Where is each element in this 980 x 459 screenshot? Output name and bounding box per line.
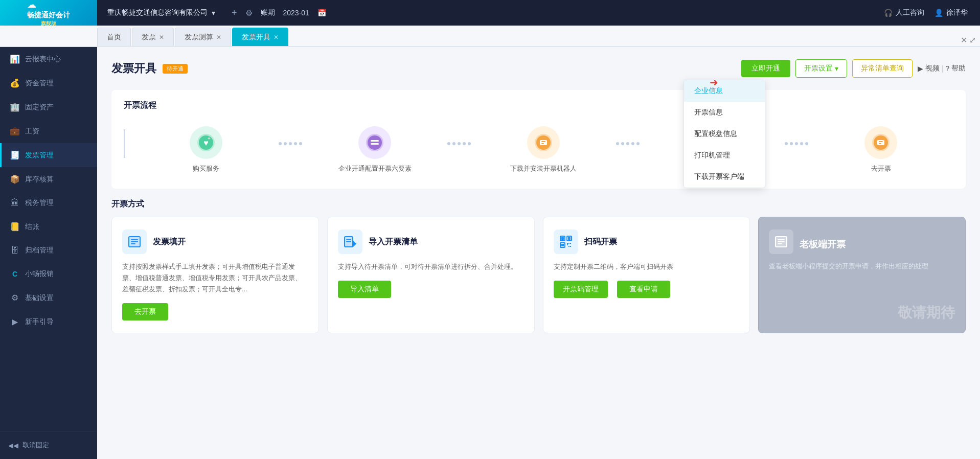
flow-step-2: 企业开通配置开票六要素	[302, 126, 447, 173]
method-card-boss-invoice: 老板端开票 查看老板端小程序提交的开票申请，并作出相应的处理 敬请期待	[758, 217, 966, 333]
user-area[interactable]: 👤 徐泽华	[935, 8, 968, 17]
svg-rect-6	[371, 140, 379, 142]
sidebar-item-new-guide[interactable]: ▶ 新手引导	[0, 310, 97, 334]
fill-invoice-title: 发票填开	[153, 237, 186, 247]
flow-label-1: 购买服务	[193, 164, 219, 173]
svg-rect-50	[778, 243, 782, 244]
sidebar-tax-label: 税务管理	[25, 198, 54, 208]
svg-rect-39	[561, 244, 564, 246]
company-name: 重庆畅捷交通信息咨询有限公司	[107, 8, 208, 17]
dropdown-item-company-info[interactable]: 企业信息	[684, 80, 765, 102]
sidebar-cancel-fixed[interactable]: ◀◀ 取消固定	[0, 435, 97, 455]
help-label: 帮助	[951, 64, 966, 73]
calendar-icon[interactable]: 📅	[317, 9, 326, 17]
consult-area[interactable]: 🎧 人工咨询	[884, 8, 924, 17]
sidebar-invoice-label: 发票管理	[25, 151, 54, 160]
flow-label-3: 下载并安装开票机器人	[510, 164, 577, 173]
sidebar-new-guide-label: 新手引导	[25, 317, 54, 327]
sidebar-basic-settings-label: 基础设置	[25, 293, 54, 303]
import-list-btn[interactable]: 导入清单	[338, 281, 391, 298]
svg-rect-7	[371, 143, 379, 145]
sidebar-item-tax[interactable]: 🏛 税务管理	[0, 191, 97, 215]
sidebar-report-sales-label: 小畅报销	[25, 269, 54, 279]
svg-rect-38	[568, 237, 571, 240]
tab-invoice-calc[interactable]: 发票测算 ✕	[175, 28, 231, 46]
invoice-settings-dropdown-arrow: ▾	[835, 64, 838, 73]
main-layout: 📊 云报表中心 💰 资金管理 🏢 固定资产 💼 工资 🧾 发票管理 📦 库存核算…	[0, 47, 980, 459]
company-selector[interactable]: 重庆畅捷交通信息咨询有限公司 ▾	[97, 8, 225, 17]
import-list-title: 导入开票清单	[369, 237, 418, 247]
period-value: 2023-01	[283, 9, 309, 17]
scan-invoice-header: 扫码开票	[554, 230, 740, 254]
sidebar-item-inventory[interactable]: 📦 库存核算	[0, 167, 97, 191]
add-icon[interactable]: +	[232, 8, 237, 18]
tab-invoice[interactable]: 发票 ✕	[132, 28, 174, 46]
video-help-button[interactable]: ▶ 视频 | ? 帮助	[918, 64, 966, 73]
top-bar: ☁ 畅捷通好会计 旗舰版 重庆畅捷交通信息咨询有限公司 ▾ + ⚙ 账期 202…	[0, 0, 980, 26]
fill-invoice-btn[interactable]: 去开票	[122, 303, 168, 320]
sidebar-item-cloud-report[interactable]: 📊 云报表中心	[0, 47, 97, 71]
flow-label-5: 去开票	[871, 164, 891, 173]
tab-home[interactable]: 首页	[97, 28, 131, 46]
method-section: 开票方式 发票填开	[111, 199, 966, 333]
sidebar-cloud-report-label: 云报表中心	[25, 55, 61, 64]
sidebar-item-archive[interactable]: 🗄 归档管理	[0, 239, 97, 262]
scan-invoice-btns: 开票码管理 查看申请	[554, 281, 740, 298]
tab-bar-controls: ✕ ⤢	[961, 35, 980, 46]
scan-invoice-desc: 支持定制开票二维码，客户端可扫码开票	[554, 261, 740, 272]
cancel-fixed-label: 取消固定	[22, 441, 49, 450]
period-label: 账期	[261, 8, 275, 17]
import-list-icon	[338, 230, 362, 254]
svg-rect-48	[778, 239, 785, 240]
sidebar-item-report-sales[interactable]: C 小畅报销	[0, 262, 97, 286]
exception-query-button[interactable]: 异常清单查询	[852, 59, 913, 78]
method-cards: 发票填开 支持按照发票样式手工填开发票；可开具增值税电子普通发票、增值税普通发票…	[111, 217, 966, 333]
tab-close-all-icon[interactable]: ✕	[961, 35, 967, 45]
svg-rect-37	[561, 237, 564, 240]
page-title: 发票开具	[111, 61, 156, 76]
sidebar-item-funds[interactable]: 💰 资金管理	[0, 71, 97, 95]
tab-invoice-calc-label: 发票测算	[185, 33, 213, 42]
view-application-btn[interactable]: 查看申请	[617, 281, 670, 298]
invoice-settings-button[interactable]: 开票设置 ▾	[795, 59, 847, 78]
sidebar: 📊 云报表中心 💰 资金管理 🏢 固定资产 💼 工资 🧾 发票管理 📦 库存核算…	[0, 47, 97, 459]
sidebar-item-basic-settings[interactable]: ⚙ 基础设置	[0, 286, 97, 310]
open-now-button[interactable]: 立即开通	[741, 60, 790, 77]
sidebar-funds-label: 资金管理	[25, 79, 54, 88]
method-card-import-list: 导入开票清单 支持导入待开票清单，可对待开票清单进行拆分、合并处理。 导入清单	[327, 217, 535, 333]
dropdown-item-invoice-info[interactable]: 开票信息	[684, 102, 765, 123]
logo-area[interactable]: ☁ 畅捷通好会计 旗舰版	[0, 0, 97, 26]
play-icon: ▶	[918, 64, 923, 73]
boss-invoice-title: 老板端开票	[800, 238, 846, 250]
sidebar-item-accounting[interactable]: 📒 结账	[0, 215, 97, 239]
flow-step-5: 去开票	[808, 126, 953, 173]
content-area: 发票开具 待开通 立即开通 开票设置 ▾ ➜ 企	[97, 47, 980, 459]
tab-invoice-calc-close[interactable]: ✕	[216, 34, 221, 41]
flow-left-divider	[124, 129, 125, 158]
tab-invoice-open-close[interactable]: ✕	[274, 34, 279, 41]
svg-rect-41	[568, 243, 569, 244]
dropdown-item-download-client[interactable]: 下载开票客户端	[684, 166, 765, 188]
svg-rect-20	[877, 140, 884, 145]
settings-icon[interactable]: ⚙	[245, 8, 253, 18]
sidebar-inventory-label: 库存核算	[25, 175, 54, 184]
dropdown-item-printer[interactable]: 打印机管理	[684, 145, 765, 166]
page-title-row: 发票开具 待开通	[111, 61, 188, 76]
invoice-code-mgmt-btn[interactable]: 开票码管理	[554, 281, 608, 298]
headset-icon: 🎧	[884, 9, 893, 17]
svg-rect-11	[541, 141, 545, 142]
svg-rect-44	[568, 246, 569, 247]
tab-invoice-close[interactable]: ✕	[159, 34, 164, 41]
svg-rect-22	[879, 143, 881, 144]
sidebar-item-invoice[interactable]: 🧾 发票管理	[0, 143, 97, 167]
help-question-icon: ?	[945, 64, 949, 73]
sidebar-item-payroll[interactable]: 💼 工资	[0, 119, 97, 143]
tab-invoice-open[interactable]: 发票开具 ✕	[232, 28, 288, 46]
top-bar-actions: + ⚙ 账期 2023-01 📅	[225, 8, 332, 18]
tab-home-label: 首页	[107, 33, 121, 42]
method-card-fill-invoice: 发票填开 支持按照发票样式手工填开发票；可开具增值税电子普通发票、增值税普通发票…	[111, 217, 319, 333]
scan-invoice-icon	[554, 230, 578, 254]
tab-expand-icon[interactable]: ⤢	[969, 35, 976, 45]
sidebar-item-fixed-assets[interactable]: 🏢 固定资产	[0, 95, 97, 119]
dropdown-item-tax-disk[interactable]: 配置税盘信息	[684, 123, 765, 145]
